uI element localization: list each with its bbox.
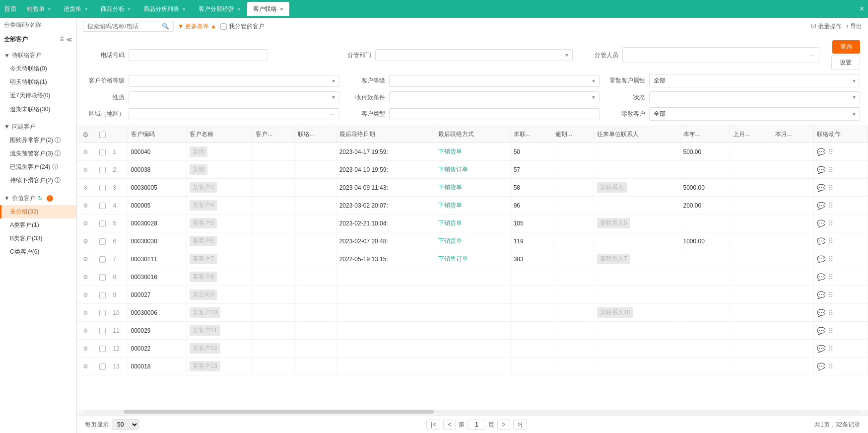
- row-settings-icon[interactable]: ⚙: [83, 220, 88, 227]
- td-last-contact-method[interactable]: [435, 358, 510, 375]
- sidebar-item-ungroupe[interactable]: 未分组(32): [0, 205, 76, 218]
- td-settings[interactable]: ⚙: [77, 232, 95, 250]
- batch-op-btn[interactable]: ☑ 批量操作: [811, 22, 842, 31]
- contact-method-link[interactable]: 下销货单: [438, 219, 462, 226]
- problem-customers-group-title[interactable]: ▼ 问题客户: [0, 120, 76, 134]
- tab-product-analysis-list[interactable]: 商品分析列表 ×: [137, 2, 191, 16]
- region-select-wrap[interactable]: ···: [129, 108, 339, 120]
- td-last-contact-method[interactable]: [435, 304, 510, 322]
- sidebar-item-7days-pending[interactable]: 近7天待联络(0): [0, 89, 76, 102]
- tab-home[interactable]: 首页: [4, 4, 17, 13]
- row-checkbox[interactable]: [99, 185, 106, 191]
- th-this-year[interactable]: 本年...: [680, 126, 730, 143]
- tab-close-sales-order[interactable]: ×: [48, 6, 51, 12]
- td-check[interactable]: [95, 250, 110, 268]
- td-settings[interactable]: ⚙: [77, 358, 95, 375]
- collapse-icon[interactable]: ≪: [66, 36, 72, 43]
- td-settings[interactable]: ⚙: [77, 197, 95, 215]
- td-settings[interactable]: ⚙: [77, 340, 95, 358]
- row-settings-icon[interactable]: ⚙: [83, 202, 88, 209]
- export-btn[interactable]: ↑ 导出: [846, 22, 862, 31]
- price-level-select[interactable]: [133, 77, 330, 84]
- tab-close-purchase-order[interactable]: ×: [84, 6, 87, 12]
- row-checkbox[interactable]: [99, 363, 106, 370]
- td-check[interactable]: [95, 232, 110, 250]
- tab-customer-segment[interactable]: 客户分层经营 ×: [193, 2, 246, 16]
- price-level-select-wrap[interactable]: ▾: [129, 75, 339, 87]
- grid-action-icon[interactable]: ⠿: [828, 219, 833, 227]
- th-name[interactable]: 客户名称: [187, 126, 253, 143]
- status-select[interactable]: [654, 94, 851, 101]
- close-window-icon[interactable]: ×: [860, 4, 864, 13]
- customer-type-select[interactable]: [394, 111, 596, 118]
- td-last-contact-method[interactable]: [435, 340, 510, 358]
- filter-search-input[interactable]: [87, 23, 162, 30]
- tab-close-customer-segment[interactable]: ×: [237, 6, 240, 12]
- row-checkbox[interactable]: [99, 220, 106, 227]
- person-dots[interactable]: ···: [810, 52, 815, 59]
- th-overdue[interactable]: 逾期...: [552, 126, 594, 143]
- grid-action-icon[interactable]: ⠿: [828, 273, 833, 281]
- td-last-contact-method[interactable]: 下销货单: [435, 197, 510, 215]
- sidebar-item-abnormal[interactable]: 囤购异常客户(2) ⓘ: [0, 134, 76, 147]
- retail-attr-select-wrap[interactable]: 全部 ▾: [649, 74, 860, 87]
- td-last-contact-method[interactable]: [435, 268, 510, 286]
- row-checkbox[interactable]: [99, 292, 106, 298]
- tab-purchase-order[interactable]: 进货单 ×: [58, 2, 93, 16]
- page-number-input[interactable]: [467, 420, 485, 430]
- pending-contact-group-title[interactable]: ▼ 待联络客户: [0, 49, 76, 62]
- message-icon[interactable]: 💬: [817, 255, 825, 263]
- row-checkbox[interactable]: [99, 328, 106, 334]
- td-last-contact-method[interactable]: 下销货单: [435, 232, 510, 250]
- row-settings-icon[interactable]: ⚙: [83, 363, 88, 370]
- message-icon[interactable]: 💬: [817, 219, 825, 227]
- th-check[interactable]: [95, 126, 110, 143]
- message-icon[interactable]: 💬: [817, 166, 825, 174]
- td-settings[interactable]: ⚙: [77, 322, 95, 340]
- message-icon[interactable]: 💬: [817, 273, 825, 281]
- nature-select[interactable]: [133, 94, 330, 101]
- td-settings[interactable]: ⚙: [77, 215, 95, 232]
- message-icon[interactable]: 💬: [817, 327, 825, 335]
- tab-close-product-analysis[interactable]: ×: [128, 6, 131, 12]
- row-checkbox[interactable]: [99, 346, 106, 352]
- message-icon[interactable]: 💬: [817, 291, 825, 299]
- message-icon[interactable]: 💬: [817, 309, 825, 317]
- grid-action-icon[interactable]: ⠿: [828, 237, 833, 245]
- page-next-btn[interactable]: >: [497, 420, 510, 430]
- contact-method-link[interactable]: 下销货单: [438, 184, 462, 191]
- grid-action-icon[interactable]: ⠿: [828, 362, 833, 370]
- sidebar-item-churned[interactable]: 已流失客户(24) ⓘ: [0, 160, 76, 174]
- contact-method-link[interactable]: 下销货单: [438, 237, 462, 244]
- sidebar-item-c-class[interactable]: C类客户(6): [0, 245, 76, 259]
- customer-level-select[interactable]: [394, 77, 591, 84]
- th-last-contact-date[interactable]: 最后联络日期: [336, 126, 435, 143]
- reset-btn[interactable]: 设置: [831, 56, 860, 70]
- message-icon[interactable]: 💬: [817, 202, 825, 210]
- sidebar-item-b-class[interactable]: B类客户(33): [0, 232, 76, 245]
- row-checkbox[interactable]: [99, 274, 106, 281]
- td-check[interactable]: [95, 215, 110, 232]
- td-check[interactable]: [95, 340, 110, 358]
- settings-icon[interactable]: ⚙: [82, 131, 89, 139]
- page-first-btn[interactable]: |<: [426, 420, 440, 430]
- tab-sales-order[interactable]: 销售单 ×: [21, 2, 57, 16]
- row-settings-icon[interactable]: ⚙: [83, 291, 88, 298]
- contact-method-link[interactable]: 下销售订单: [438, 255, 468, 262]
- sidebar-all-customers[interactable]: 全部客户 ⠿ ≪: [0, 32, 76, 47]
- row-checkbox[interactable]: [99, 256, 106, 263]
- td-settings[interactable]: ⚙: [77, 286, 95, 304]
- th-settings[interactable]: ⚙: [77, 126, 95, 143]
- tab-close-product-analysis-list[interactable]: ×: [182, 6, 185, 12]
- row-checkbox[interactable]: [99, 167, 106, 173]
- th-type[interactable]: 客户...: [253, 126, 294, 143]
- td-last-contact-method[interactable]: [435, 286, 510, 304]
- row-settings-icon[interactable]: ⚙: [83, 148, 88, 155]
- td-check[interactable]: [95, 268, 110, 286]
- scrollbar-thumb[interactable]: [124, 410, 434, 414]
- tab-product-analysis[interactable]: 商品分析 ×: [95, 2, 136, 16]
- row-settings-icon[interactable]: ⚙: [83, 274, 88, 281]
- th-contact[interactable]: 联络...: [294, 126, 336, 143]
- person-select-wrap[interactable]: ···: [622, 47, 819, 63]
- sidebar-item-a-class[interactable]: A类客户(1): [0, 218, 76, 232]
